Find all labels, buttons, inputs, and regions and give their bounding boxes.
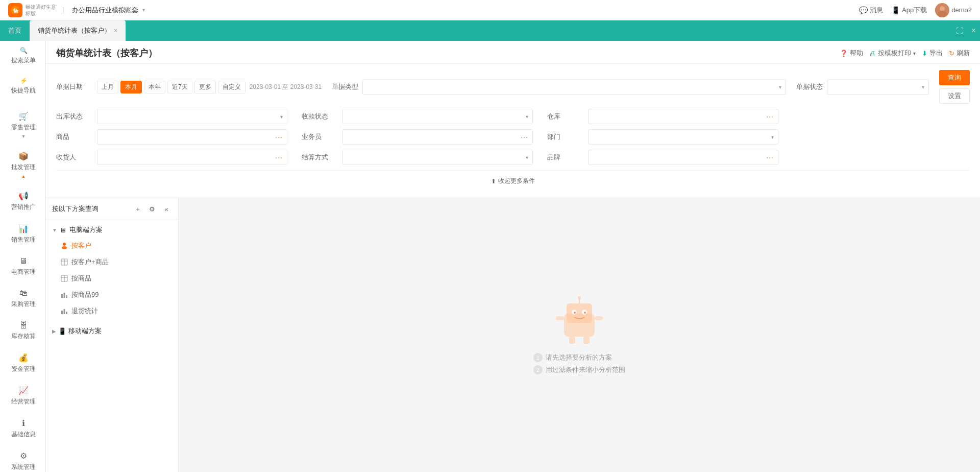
top-bar-left: 畅 畅捷通好生意 标版 | 办公用品行业模拟账套 ▾ — [8, 3, 145, 17]
sidebar-item-inventory[interactable]: 🗄 库存核算 — [0, 315, 45, 347]
order-status-label: 单据状态 — [796, 82, 823, 91]
brand-select[interactable]: ··· — [588, 150, 778, 165]
desktop-section: ▼ 🖥 电脑端方案 按客户 — [46, 220, 178, 321]
app-download-btn[interactable]: 📱 App下载 — [891, 6, 927, 15]
system-icon: ⚙ — [20, 451, 27, 461]
mobile-section: ▶ 📱 移动端方案 — [46, 321, 178, 341]
salesperson-dots: ··· — [521, 133, 528, 141]
tab-home[interactable]: 首页 — [0, 20, 30, 41]
scheme-item-by-product[interactable]: 按商品 — [46, 270, 178, 287]
sidebar-item-purchase[interactable]: 🛍 采购管理 — [0, 282, 45, 315]
order-type-arrow: ▾ — [779, 84, 781, 90]
app-dropdown-arrow[interactable]: ▾ — [142, 7, 145, 13]
content-area: 销货单统计表（按客户） ❓ 帮助 🖨 按模板打印 ▾ ⬇ 导出 ↻ 刷新 — [46, 41, 980, 472]
receiver-label: 收货人 — [56, 153, 87, 162]
quick-nav-icon: ⚡ — [20, 77, 28, 84]
sidebar-item-finance[interactable]: 💰 资金管理 — [0, 347, 45, 380]
order-type-select[interactable]: ▾ — [362, 79, 786, 95]
scheme-add-btn[interactable]: + — [132, 203, 143, 215]
sidebar-item-sales[interactable]: 📊 销售管理 — [0, 218, 45, 250]
hint-2: 2 用过滤条件来缩小分析范围 — [533, 365, 625, 374]
mobile-section-header[interactable]: ▶ 📱 移动端方案 — [46, 323, 178, 339]
help-btn[interactable]: ❓ 帮助 — [840, 49, 863, 58]
sidebar-item-ecommerce[interactable]: 🖥 电商管理 — [0, 250, 45, 282]
settings-btn[interactable]: 设置 — [939, 88, 970, 104]
product-select[interactable]: ··· — [97, 129, 287, 145]
receiver-select[interactable]: ··· — [97, 150, 287, 165]
by-customer-label: 按客户 — [71, 241, 91, 250]
operation-icon: 📈 — [18, 386, 29, 395]
custom-date-btn[interactable]: 自定义 — [218, 81, 246, 93]
window-close-btn[interactable]: × — [971, 26, 976, 35]
payment-status-select[interactable]: ▾ — [342, 109, 533, 124]
refresh-label: 刷新 — [957, 49, 970, 58]
svg-point-24 — [584, 312, 586, 314]
quick-nav-label: 快捷导航 — [11, 86, 36, 95]
scheme-item-by-customer[interactable]: 按客户 — [46, 238, 178, 254]
wholesale-icon: 📦 — [18, 151, 29, 161]
tab-sales-stat[interactable]: 销货单统计表（按客户） × — [30, 20, 126, 41]
sidebar-search-label: 搜索菜单 — [11, 56, 36, 65]
refresh-btn[interactable]: ↻ 刷新 — [949, 49, 970, 58]
last-7-days-btn[interactable]: 近7天 — [167, 81, 192, 93]
more-date-btn[interactable]: 更多 — [194, 81, 216, 93]
scheme-item-by-product-99[interactable]: 按商品99 — [46, 287, 178, 303]
tab-close-btn[interactable]: × — [114, 27, 117, 34]
filter-row-2: 出库状态 ▾ 收款状态 ▾ 仓库 ··· — [56, 109, 970, 124]
operation-label: 经营管理 — [11, 397, 36, 406]
return-stat-label: 退货统计 — [71, 306, 98, 316]
tab-bar: 首页 销货单统计表（按客户） × ⛶ × — [0, 20, 980, 41]
sidebar-item-operation[interactable]: 📈 经营管理 — [0, 380, 45, 412]
sidebar-item-marketing[interactable]: 📢 营销推广 — [0, 185, 45, 218]
message-btn[interactable]: 💬 消息 — [859, 6, 883, 15]
collapse-more-btn[interactable]: ⬆ 收起更多条件 — [56, 174, 970, 188]
print-dropdown-icon: ▾ — [913, 51, 916, 56]
order-status-select[interactable]: ▾ — [827, 79, 929, 95]
department-select[interactable]: ▾ — [588, 129, 778, 145]
help-icon: ❓ — [840, 50, 848, 57]
query-btn[interactable]: 查询 — [939, 70, 970, 85]
basic-icon: ℹ — [22, 418, 25, 428]
scheme-item-return-stat[interactable]: 退货统计 — [46, 303, 178, 319]
mobile-section-expand-icon: ▶ — [52, 328, 56, 334]
sidebar-item-wholesale[interactable]: 📦 批发管理 ▲ — [0, 145, 45, 185]
scheme-item-by-customer-product[interactable]: 按客户+商品 — [46, 254, 178, 270]
brand-label: 品牌 — [547, 153, 578, 162]
sidebar-quick-nav[interactable]: ⚡ 快捷导航 — [0, 71, 45, 101]
settlement-select[interactable]: ▾ — [342, 150, 533, 165]
svg-rect-16 — [61, 311, 63, 314]
svg-text:畅: 畅 — [13, 8, 18, 13]
scheme-collapse-icon: « — [164, 205, 168, 213]
sidebar-item-basic[interactable]: ℹ 基础信息 — [0, 412, 45, 445]
desktop-section-header[interactable]: ▼ 🖥 电脑端方案 — [46, 222, 178, 238]
sales-label: 销售管理 — [11, 235, 36, 244]
right-actions: 查询 设置 — [939, 70, 970, 104]
svg-rect-13 — [61, 294, 63, 298]
filter-row-4: 收货人 ··· 结算方式 ▾ 品牌 ··· — [56, 150, 970, 165]
message-label: 消息 — [870, 6, 883, 15]
delivery-status-select[interactable]: ▾ — [97, 109, 287, 124]
print-btn[interactable]: 🖨 按模板打印 ▾ — [869, 49, 916, 58]
top-bar-right: 💬 消息 📱 App下载 demo2 — [859, 3, 972, 17]
scheme-gear-icon: ⚙ — [149, 205, 155, 213]
user-profile[interactable]: demo2 — [935, 3, 972, 17]
svg-point-5 — [63, 243, 66, 246]
scheme-body-area: 按以下方案查询 + ⚙ « — [46, 198, 980, 472]
this-year-btn[interactable]: 本年 — [144, 81, 165, 93]
sidebar-item-system[interactable]: ⚙ 系统管理 — [0, 445, 45, 472]
product-label: 商品 — [56, 132, 87, 141]
scheme-settings-btn[interactable]: ⚙ — [146, 203, 158, 215]
department-arrow: ▾ — [771, 134, 774, 140]
empty-illustration — [549, 296, 610, 347]
sidebar-item-retail[interactable]: 🛒 零售管理 ▼ — [0, 105, 45, 145]
maximize-icon[interactable]: ⛶ — [956, 27, 963, 35]
delivery-label: 出库状态 — [56, 112, 87, 121]
salesperson-select[interactable]: ··· — [342, 129, 533, 145]
scheme-collapse-btn[interactable]: « — [161, 203, 172, 215]
sidebar-search[interactable]: 🔍 搜索菜单 — [0, 41, 45, 71]
warehouse-select[interactable]: ··· — [588, 109, 778, 124]
this-month-btn[interactable]: 本月 — [120, 81, 142, 93]
last-month-btn[interactable]: 上月 — [97, 81, 118, 93]
export-btn[interactable]: ⬇ 导出 — [922, 49, 943, 58]
date-range: 2023-03-01 至 2023-03-31 — [250, 83, 322, 91]
